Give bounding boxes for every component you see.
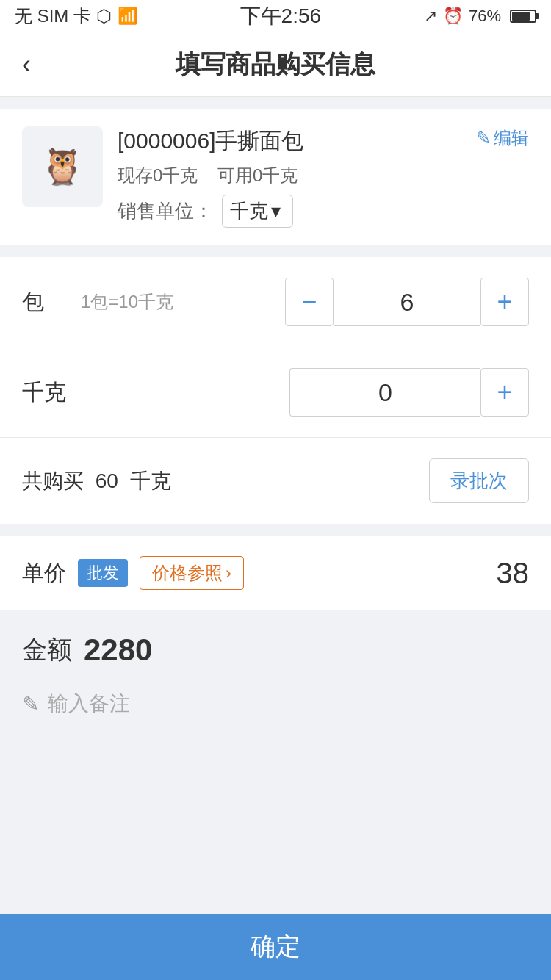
amount-section: 金额 2280 ✎ 输入备注 xyxy=(0,610,551,740)
status-right: ↗ ⏰ 76% xyxy=(424,7,536,26)
battery-icon xyxy=(510,10,536,23)
dropdown-icon: ▾ xyxy=(271,200,281,223)
kg-quantity-control: + xyxy=(289,368,529,417)
bao-row: 包 1包=10千克 − + xyxy=(0,257,551,347)
section-divider xyxy=(0,524,551,536)
page-title: 填写商品购买信息 xyxy=(176,48,375,82)
status-time: 下午2:56 xyxy=(240,2,322,30)
status-left: 无 SIM 卡 ⬡ 📶 xyxy=(15,4,137,28)
bao-label: 包 xyxy=(22,287,81,317)
kg-row: 千克 + xyxy=(0,347,551,437)
confirm-label: 确定 xyxy=(251,930,300,964)
battery-percent: 76% xyxy=(469,7,501,26)
location-icon: ↗ xyxy=(424,7,437,26)
total-row: 共购买 60 千克 录批次 xyxy=(0,437,551,524)
price-label: 单价 xyxy=(22,558,66,588)
kg-plus-button[interactable]: + xyxy=(480,368,529,417)
unit-label: 销售单位： xyxy=(118,198,213,224)
total-amount: 60 xyxy=(96,469,118,492)
bottom-padding xyxy=(0,740,551,806)
product-name: [0000006]手撕面包 xyxy=(118,126,529,156)
batch-button[interactable]: 录批次 xyxy=(429,458,529,503)
bao-quantity-control: − + xyxy=(285,278,529,326)
kg-label: 千克 xyxy=(22,378,81,408)
remark-placeholder: 输入备注 xyxy=(48,690,130,718)
price-ref-label: 价格参照 xyxy=(152,561,223,585)
total-label: 共购买 xyxy=(22,469,84,492)
total-unit: 千克 xyxy=(130,469,171,492)
price-ref-icon: › xyxy=(226,563,231,583)
product-card: 🦉 [0000006]手撕面包 现存0千克 可用0千克 销售单位： 千克 ▾ ✎… xyxy=(0,109,551,245)
bao-minus-button[interactable]: − xyxy=(285,278,334,326)
total-text: 共购买 60 千克 xyxy=(22,467,171,495)
bao-quantity-input[interactable] xyxy=(334,278,480,326)
edit-button[interactable]: ✎ 编辑 xyxy=(476,126,529,150)
price-ref-button[interactable]: 价格参照 › xyxy=(140,556,244,590)
edit-icon: ✎ xyxy=(476,128,491,148)
price-value: 38 xyxy=(497,557,530,590)
sim-text: 无 SIM 卡 ⬡ xyxy=(15,4,112,28)
bao-plus-button[interactable]: + xyxy=(480,278,529,326)
confirm-button[interactable]: 确定 xyxy=(0,914,551,980)
unit-select[interactable]: 千克 ▾ xyxy=(222,195,293,228)
stock-current: 现存0千克 xyxy=(118,165,198,185)
nav-bar: ‹ 填写商品购买信息 xyxy=(0,32,551,97)
unit-value: 千克 xyxy=(230,198,268,224)
amount-value: 2280 xyxy=(84,633,152,668)
edit-label: 编辑 xyxy=(494,126,529,150)
remark-row[interactable]: ✎ 输入备注 xyxy=(22,682,529,725)
amount-row: 金额 2280 xyxy=(22,633,529,668)
back-button[interactable]: ‹ xyxy=(15,42,38,87)
kg-quantity-input[interactable] xyxy=(289,368,480,417)
quantity-section: 包 1包=10千克 − + 千克 + 共购买 60 千克 录批次 xyxy=(0,257,551,524)
wifi-icon: 📶 xyxy=(118,7,137,26)
alarm-icon: ⏰ xyxy=(443,7,463,26)
product-info: [0000006]手撕面包 现存0千克 可用0千克 销售单位： 千克 ▾ xyxy=(118,126,529,228)
status-bar: 无 SIM 卡 ⬡ 📶 下午2:56 ↗ ⏰ 76% xyxy=(0,0,551,32)
product-stock: 现存0千克 可用0千克 xyxy=(118,164,529,187)
product-unit-row: 销售单位： 千克 ▾ xyxy=(118,195,529,228)
bao-hint: 1包=10千克 xyxy=(81,290,285,314)
product-thumb-icon: 🦉 xyxy=(40,146,84,187)
stock-available: 可用0千克 xyxy=(217,165,298,185)
amount-label: 金额 xyxy=(22,633,72,667)
price-badge: 批发 xyxy=(78,559,128,587)
price-section: 单价 批发 价格参照 › 38 xyxy=(0,536,551,610)
product-thumbnail: 🦉 xyxy=(22,126,103,207)
remark-edit-icon: ✎ xyxy=(22,692,39,716)
